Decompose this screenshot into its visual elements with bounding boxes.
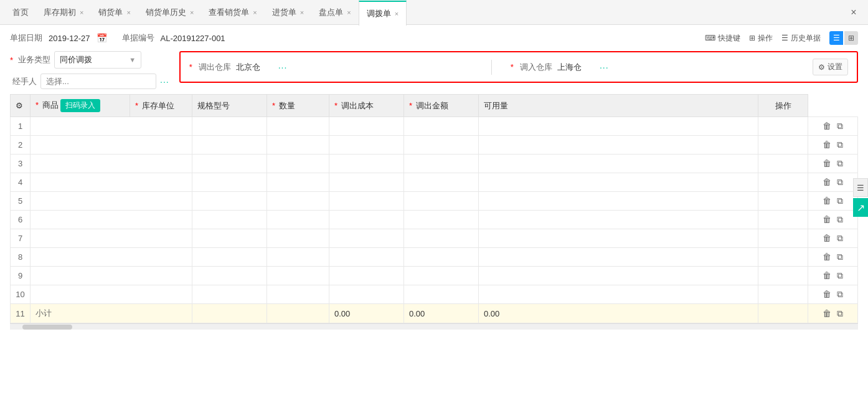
table-cell-product[interactable]	[31, 211, 192, 229]
scan-button[interactable]: 扫码录入	[60, 99, 100, 112]
delete-icon[interactable]: 🗑	[823, 196, 831, 206]
table-cell-amount[interactable]	[479, 267, 758, 285]
table-cell-spec[interactable]	[267, 285, 329, 304]
delete-icon[interactable]: 🗑	[823, 233, 831, 243]
copy-icon[interactable]: ⧉	[837, 121, 843, 131]
table-cell-amount[interactable]	[479, 285, 758, 304]
horizontal-scrollbar[interactable]	[10, 323, 858, 330]
tab-view-sales-close[interactable]: ×	[253, 9, 257, 16]
table-cell-unit[interactable]	[192, 285, 267, 304]
copy-icon[interactable]: ⧉	[837, 177, 843, 187]
tab-sales-history[interactable]: 销货单历史 ×	[138, 0, 201, 25]
tab-sales-order[interactable]: 销货单 ×	[91, 0, 138, 25]
table-cell-cost[interactable]	[404, 267, 479, 285]
table-cell-amount[interactable]	[479, 192, 758, 211]
table-cell-spec[interactable]	[267, 173, 329, 192]
table-cell-cost[interactable]	[404, 155, 479, 173]
table-cell-unit[interactable]	[192, 248, 267, 267]
table-cell-product[interactable]	[31, 248, 192, 267]
delete-icon[interactable]: 🗑	[823, 308, 831, 318]
tab-transfer-close[interactable]: ×	[395, 10, 399, 17]
right-list-button[interactable]: ☰	[853, 178, 868, 197]
table-cell-cost[interactable]	[404, 229, 479, 248]
copy-icon[interactable]: ⧉	[837, 270, 843, 280]
view-grid-btn[interactable]: ⊞	[844, 31, 858, 45]
table-cell-qty[interactable]	[329, 211, 404, 229]
delete-icon[interactable]: 🗑	[823, 121, 831, 131]
table-cell-cost[interactable]	[404, 117, 479, 136]
tab-purchase-order-close[interactable]: ×	[300, 9, 304, 16]
table-cell-unit[interactable]	[192, 267, 267, 285]
table-cell-available[interactable]	[758, 267, 808, 285]
col-gear[interactable]: ⚙	[11, 95, 31, 117]
table-cell-available[interactable]	[758, 136, 808, 155]
tab-home[interactable]: 首页	[5, 0, 36, 25]
table-cell-product[interactable]	[31, 136, 192, 155]
table-cell-qty[interactable]	[329, 285, 404, 304]
copy-icon[interactable]: ⧉	[837, 214, 843, 224]
copy-icon[interactable]: ⧉	[837, 158, 843, 168]
business-type-select[interactable]: 同价调拨 ▼	[54, 51, 141, 69]
tab-view-sales[interactable]: 查看销货单 ×	[201, 0, 264, 25]
table-cell-product[interactable]	[31, 229, 192, 248]
copy-icon[interactable]: ⧉	[837, 140, 843, 150]
settings-button[interactable]: ⚙ 设置	[813, 59, 848, 75]
table-cell-available[interactable]	[758, 192, 808, 211]
table-cell-product[interactable]	[31, 267, 192, 285]
table-cell-spec[interactable]	[267, 211, 329, 229]
tab-transfer[interactable]: 调拨单 ×	[359, 1, 407, 26]
table-cell-cost[interactable]	[404, 285, 479, 304]
table-cell-unit[interactable]	[192, 229, 267, 248]
delete-icon[interactable]: 🗑	[823, 214, 831, 224]
table-cell-amount[interactable]	[479, 155, 758, 173]
table-cell-amount[interactable]	[479, 117, 758, 136]
delete-icon[interactable]: 🗑	[823, 289, 831, 299]
table-cell-amount[interactable]	[479, 229, 758, 248]
table-cell-product[interactable]	[31, 173, 192, 192]
shortcut-button[interactable]: ⌨ 快捷键	[705, 33, 740, 44]
table-cell-cost[interactable]	[404, 192, 479, 211]
calendar-icon[interactable]: 📅	[97, 33, 107, 43]
copy-icon[interactable]: ⧉	[837, 308, 843, 318]
table-cell-spec[interactable]	[267, 192, 329, 211]
tab-inventory-init[interactable]: 库存期初 ×	[36, 0, 91, 25]
handler-input[interactable]	[40, 74, 156, 89]
table-cell-product[interactable]	[31, 117, 192, 136]
table-cell-unit[interactable]	[192, 211, 267, 229]
in-warehouse-dots-button[interactable]: ···	[600, 62, 609, 72]
copy-icon[interactable]: ⧉	[837, 252, 843, 262]
table-cell-qty[interactable]	[329, 173, 404, 192]
table-cell-available[interactable]	[758, 248, 808, 267]
table-cell-spec[interactable]	[267, 117, 329, 136]
table-cell-cost[interactable]	[404, 248, 479, 267]
table-cell-available[interactable]	[758, 117, 808, 136]
window-close-button[interactable]: ×	[844, 3, 863, 22]
table-cell-amount[interactable]	[479, 136, 758, 155]
right-export-button[interactable]: ↗	[853, 198, 868, 217]
table-cell-amount[interactable]	[479, 248, 758, 267]
table-cell-available[interactable]	[758, 155, 808, 173]
table-cell-cost[interactable]	[404, 136, 479, 155]
table-cell-spec[interactable]	[267, 155, 329, 173]
table-cell-cost[interactable]	[404, 211, 479, 229]
table-cell-cost[interactable]	[404, 173, 479, 192]
operation-button[interactable]: ⊞ 操作	[749, 33, 773, 44]
table-cell-amount[interactable]	[479, 211, 758, 229]
copy-icon[interactable]: ⧉	[837, 233, 843, 243]
tab-inventory-init-close[interactable]: ×	[80, 9, 83, 16]
table-cell-available[interactable]	[758, 285, 808, 304]
table-cell-qty[interactable]	[329, 248, 404, 267]
table-cell-spec[interactable]	[267, 267, 329, 285]
copy-icon[interactable]: ⧉	[837, 289, 843, 299]
table-cell-available[interactable]	[758, 211, 808, 229]
delete-icon[interactable]: 🗑	[823, 158, 831, 168]
delete-icon[interactable]: 🗑	[823, 270, 831, 280]
view-list-btn[interactable]: ☰	[829, 31, 843, 45]
table-cell-unit[interactable]	[192, 192, 267, 211]
table-cell-qty[interactable]	[329, 229, 404, 248]
tab-sales-history-close[interactable]: ×	[190, 9, 194, 16]
tab-inventory-count-close[interactable]: ×	[347, 9, 351, 16]
table-cell-spec[interactable]	[267, 248, 329, 267]
table-cell-qty[interactable]	[329, 117, 404, 136]
history-button[interactable]: ☰ 历史单据	[781, 33, 821, 44]
